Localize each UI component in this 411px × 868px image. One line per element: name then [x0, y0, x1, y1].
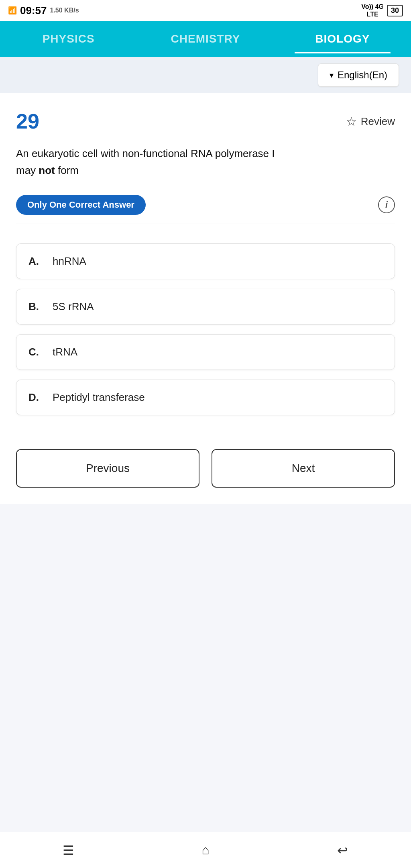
option-c-text: tRNA	[53, 346, 77, 358]
option-b-label: B.	[28, 300, 53, 313]
nav-tabs: PHYSICS CHEMISTRY BIOLOGY	[0, 21, 411, 57]
language-label: English(En)	[338, 69, 387, 81]
review-button[interactable]: ☆ Review	[346, 114, 395, 129]
option-a[interactable]: A. hnRNA	[16, 243, 395, 279]
option-c-label: C.	[28, 346, 53, 358]
back-icon[interactable]: ↩	[326, 838, 358, 862]
divider	[16, 223, 395, 223]
previous-button[interactable]: Previous	[16, 449, 199, 488]
tab-physics[interactable]: PHYSICS	[0, 25, 137, 53]
tab-chemistry[interactable]: CHEMISTRY	[137, 25, 274, 53]
status-bar: 📶 09:57 1.50 KB/s Vo)) 4GLTE 30	[0, 0, 411, 21]
chevron-down-icon: ▾	[330, 70, 334, 80]
option-a-text: hnRNA	[53, 255, 86, 268]
signal-icon: 📶	[8, 6, 17, 15]
battery-indicator: 30	[387, 5, 403, 16]
option-d[interactable]: D. Peptidyl transferase	[16, 380, 395, 415]
tab-biology[interactable]: BIOLOGY	[274, 25, 411, 53]
star-icon: ☆	[346, 114, 357, 129]
option-d-text: Peptidyl transferase	[53, 391, 145, 404]
status-right: Vo)) 4GLTE 30	[361, 3, 403, 18]
question-text: An eukaryotic cell with non-functional R…	[16, 145, 395, 179]
navigation-buttons: Previous Next	[0, 437, 411, 504]
answer-type-row: Only One Correct Answer i	[16, 195, 395, 215]
options-list: A. hnRNA B. 5S rRNA C. tRNA D. Peptidyl …	[0, 243, 411, 437]
option-a-label: A.	[28, 255, 53, 268]
next-button[interactable]: Next	[212, 449, 395, 488]
bottom-navigation-bar: ☰ ⌂ ↩	[0, 832, 411, 868]
status-time: 09:57	[20, 4, 47, 17]
language-selector[interactable]: ▾ English(En)	[318, 63, 399, 87]
answer-type-badge: Only One Correct Answer	[16, 195, 146, 215]
option-b-text: 5S rRNA	[53, 300, 94, 313]
review-label: Review	[361, 115, 395, 128]
status-left: 📶 09:57 1.50 KB/s	[8, 4, 79, 17]
option-c[interactable]: C. tRNA	[16, 334, 395, 370]
language-bar: ▾ English(En)	[0, 57, 411, 93]
status-speed: 1.50 KB/s	[50, 6, 79, 14]
option-b[interactable]: B. 5S rRNA	[16, 289, 395, 325]
home-icon[interactable]: ⌂	[189, 838, 222, 862]
question-number: 29	[16, 109, 39, 133]
question-area: 29 ☆ Review An eukaryotic cell with non-…	[0, 93, 411, 243]
question-header: 29 ☆ Review	[16, 109, 395, 133]
info-icon[interactable]: i	[378, 196, 395, 213]
menu-icon[interactable]: ☰	[53, 838, 85, 862]
option-d-label: D.	[28, 391, 53, 404]
network-icon: Vo)) 4GLTE	[361, 3, 384, 18]
